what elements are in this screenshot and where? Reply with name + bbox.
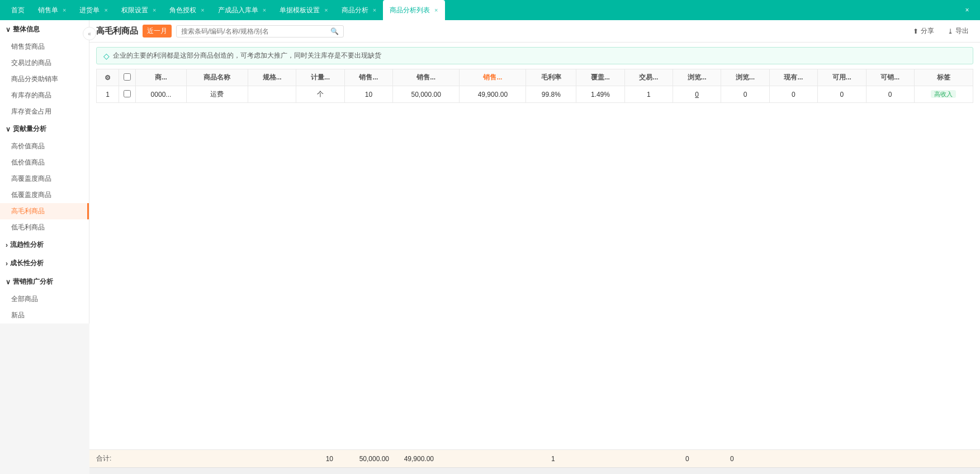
nav-permissions-label: 权限设置 — [121, 6, 148, 15]
sidebar-item-traded-goods[interactable]: 交易过的商品 — [0, 55, 89, 71]
col-sellable-header: 可销... — [866, 69, 914, 86]
cell-sales-amount: 50,000.00 — [393, 86, 460, 103]
col-settings[interactable]: ⚙ — [97, 69, 119, 86]
col-spec-header: 规格... — [248, 69, 296, 86]
nav-roles-label: 角色授权 — [169, 6, 196, 15]
sidebar-group-growth-label: 成长性分析 — [10, 259, 44, 268]
nav-purchase-close[interactable]: × — [104, 7, 107, 13]
sidebar-item-sales-goods[interactable]: 销售货商品 — [0, 39, 89, 55]
nav-product-analysis-list[interactable]: 商品分析列表 × — [383, 0, 444, 20]
footer-sales-cost: 49,900.00 — [396, 455, 441, 463]
info-banner: ◇ 企业的主要的利润都是这部分商品创造的，可考虑加大推广，同时关注库存是不要出现… — [96, 47, 973, 64]
page-title: 高毛利商品 — [96, 26, 138, 36]
info-icon: ◇ — [103, 51, 110, 60]
sidebar-group-contribution[interactable]: ∨ 贡献量分析 — [0, 120, 89, 138]
filter-button[interactable]: 近一月 — [143, 25, 172, 37]
footer-label: 合计: — [96, 454, 122, 463]
sidebar-item-low-margin[interactable]: 低毛利商品 — [0, 219, 89, 236]
cell-spec — [248, 86, 296, 103]
sidebar-item-high-value[interactable]: 高价值商品 — [0, 138, 89, 154]
nav-product-analysis[interactable]: 商品分析 × — [335, 0, 383, 20]
sidebar-item-stocked-goods[interactable]: 有库存的商品 — [0, 87, 89, 104]
sidebar-group-overview[interactable]: ∨ 整体信息 — [0, 20, 89, 39]
footer-available: 0 — [709, 455, 754, 463]
sidebar-collapse-button[interactable]: « — [83, 27, 96, 40]
search-icon[interactable]: 🔍 — [330, 27, 339, 35]
col-available-header: 可用... — [818, 69, 866, 86]
cell-view1[interactable]: 0 — [673, 86, 721, 103]
export-button[interactable]: ⤓ 导出 — [943, 25, 973, 37]
nav-home-label: 首页 — [11, 6, 25, 15]
footer-current-stock: 0 — [665, 455, 709, 463]
nav-home[interactable]: 首页 — [4, 0, 31, 20]
table-header-row: ⚙ 商... 商品名称 规格... 计量... 销售... 销售... 销售..… — [97, 69, 973, 86]
nav-product-analysis-list-close[interactable]: × — [434, 7, 438, 13]
cell-view2: 0 — [721, 86, 769, 103]
main-layout: ∨ 整体信息 销售货商品 交易过的商品 商品分类助销率 有库存的商品 库存资金占… — [0, 20, 980, 474]
horizontal-scrollbar[interactable] — [89, 467, 980, 474]
header-actions: ⬆ 分享 ⤓ 导出 — [908, 25, 973, 37]
cell-num: 1 — [97, 86, 119, 103]
nav-template-settings-close[interactable]: × — [324, 7, 328, 13]
nav-product-inbound[interactable]: 产成品入库单 × — [211, 0, 273, 20]
sidebar-group-overview-label: 整体信息 — [13, 25, 40, 34]
footer-summary: 合计: 10 50,000.00 49,900.00 1 0 0 — [89, 449, 980, 467]
cell-sellable: 0 — [866, 86, 914, 103]
sidebar-item-stock-capital[interactable]: 库存资金占用 — [0, 104, 89, 120]
sidebar-group-marketing[interactable]: ∨ 营销推广分析 — [0, 273, 89, 291]
share-button[interactable]: ⬆ 分享 — [908, 25, 939, 37]
cell-sales-cost: 49,900.00 — [460, 86, 526, 103]
nav-sales[interactable]: 销售单 × — [31, 0, 73, 20]
nav-product-analysis-close[interactable]: × — [373, 7, 376, 13]
sidebar-item-low-value[interactable]: 低价值商品 — [0, 154, 89, 171]
sidebar-group-marketing-label: 营销推广分析 — [13, 277, 53, 287]
cell-gross-rate: 99.8% — [526, 86, 576, 103]
table-row: 1 0000... 运费 个 10 50,000.00 49,900.00 99… — [97, 86, 973, 103]
chevron-right-icon-2: › — [6, 260, 8, 267]
col-current-stock-header: 现有... — [769, 69, 817, 86]
sidebar-item-high-coverage[interactable]: 高覆盖度商品 — [0, 171, 89, 187]
nav-roles[interactable]: 角色授权 × — [163, 0, 211, 20]
window-close-button[interactable]: × — [959, 0, 976, 20]
nav-roles-close[interactable]: × — [201, 7, 204, 13]
nav-purchase-label: 进货单 — [79, 6, 100, 15]
nav-sales-label: 销售单 — [38, 6, 58, 15]
chevron-right-icon: › — [6, 241, 8, 249]
sidebar-item-all-goods[interactable]: 全部商品 — [0, 291, 89, 307]
export-icon: ⤓ — [948, 27, 953, 35]
col-checkbox[interactable] — [119, 69, 136, 86]
select-all-checkbox[interactable] — [124, 73, 131, 81]
nav-template-settings[interactable]: 单据模板设置 × — [273, 0, 334, 20]
sidebar-item-low-coverage[interactable]: 低覆盖度商品 — [0, 187, 89, 203]
cell-current-stock: 0 — [769, 86, 817, 103]
cell-coverage: 1.49% — [576, 86, 624, 103]
nav-product-inbound-close[interactable]: × — [263, 7, 266, 13]
col-name-header: 商品名称 — [186, 69, 248, 86]
sidebar-group-trend[interactable]: › 流趋性分析 — [0, 236, 89, 254]
nav-product-analysis-label: 商品分析 — [342, 6, 368, 15]
cell-unit: 个 — [296, 86, 344, 103]
sidebar-item-new-goods[interactable]: 新品 — [0, 307, 89, 323]
sidebar-item-high-margin[interactable]: 高毛利商品 — [0, 203, 89, 219]
col-view1-header: 浏览... — [673, 69, 721, 86]
sidebar: ∨ 整体信息 销售货商品 交易过的商品 商品分类助销率 有库存的商品 库存资金占… — [0, 20, 89, 323]
nav-permissions-close[interactable]: × — [153, 7, 156, 13]
nav-purchase[interactable]: 进货单 × — [73, 0, 114, 20]
search-input[interactable] — [181, 27, 328, 35]
nav-sales-close[interactable]: × — [63, 7, 66, 13]
data-table: ⚙ 商... 商品名称 规格... 计量... 销售... 销售... 销售..… — [96, 69, 973, 103]
col-tag-header: 标签 — [914, 69, 973, 86]
row-checkbox[interactable] — [124, 90, 131, 97]
content-area: 高毛利商品 近一月 🔍 ⬆ 分享 ⤓ 导出 ◇ 企业的主要的利润都是这部分商品创… — [89, 20, 980, 474]
sidebar-item-category-rate[interactable]: 商品分类助销率 — [0, 71, 89, 87]
nav-permissions[interactable]: 权限设置 × — [115, 0, 163, 20]
footer-sales-qty: 10 — [307, 455, 352, 463]
sidebar-wrapper: ∨ 整体信息 销售货商品 交易过的商品 商品分类助销率 有库存的商品 库存资金占… — [0, 20, 89, 474]
sidebar-group-growth[interactable]: › 成长性分析 — [0, 254, 89, 273]
col-gross-rate-header: 毛利率 — [526, 69, 576, 86]
cell-sales-qty: 10 — [344, 86, 392, 103]
chevron-down-icon-2: ∨ — [6, 125, 11, 133]
table-wrapper: ⚙ 商... 商品名称 规格... 计量... 销售... 销售... 销售..… — [89, 69, 980, 449]
nav-product-analysis-list-label: 商品分析列表 — [390, 6, 430, 15]
cell-checkbox[interactable] — [119, 86, 136, 103]
